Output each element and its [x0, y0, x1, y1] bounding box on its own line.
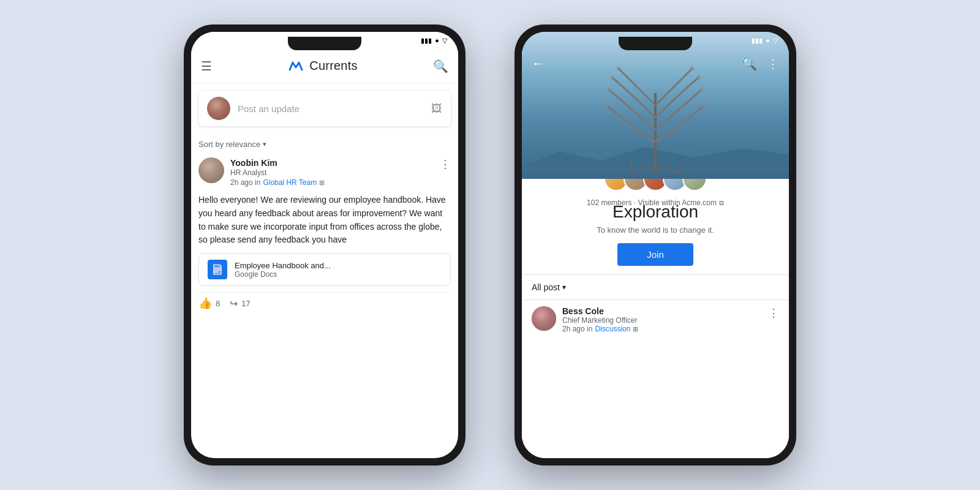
post-time: 2h ago in: [230, 178, 260, 188]
post-author-role: HR Analyst: [230, 168, 434, 178]
signal-icon-2: ▮▮▮: [752, 37, 763, 45]
share-icon: ↪: [230, 298, 238, 309]
community-content: 102 members · Visible within Acme.com ⧉ …: [522, 179, 789, 458]
community-link[interactable]: Global HR Team: [263, 178, 317, 188]
search-button-2[interactable]: 🔍: [742, 56, 757, 71]
signal-icon: ▮▮▮: [421, 37, 432, 45]
like-button[interactable]: 👍 8: [198, 296, 220, 310]
post-header: Yoobin Kim HR Analyst 2h ago in Global H…: [198, 153, 451, 191]
post-time-community: 2h ago in Global HR Team ⊞: [230, 178, 434, 188]
like-count: 8: [216, 299, 220, 308]
phone-1-screen: ▮▮▮ ● ▽ ☰ Currents 🔍 Post an update �: [191, 32, 458, 458]
all-post-arrow-icon: ▾: [562, 283, 566, 292]
community-type-icon: ⊞: [319, 178, 325, 187]
all-post-filter-row[interactable]: All post ▾: [522, 275, 789, 300]
svg-point-9: [703, 104, 706, 107]
search-button[interactable]: 🔍: [433, 59, 448, 74]
wifi-icon: ●: [435, 37, 439, 44]
post-actions: 👍 8 ↪ 17: [198, 292, 451, 314]
post-meta: Yoobin Kim HR Analyst 2h ago in Global H…: [230, 157, 434, 187]
wifi-icon-2: ●: [766, 37, 770, 44]
bottom-post-avatar: [532, 306, 556, 331]
svg-point-6: [608, 88, 611, 92]
phone-notch-1: [288, 37, 361, 50]
bottom-post-time: 2h ago in Discussion ⊞: [562, 325, 762, 333]
phone-2: ▮▮▮ ● ▽ ← 🔍 ⋮: [514, 24, 796, 466]
sort-by-button[interactable]: Sort by relevance ▾: [198, 140, 266, 149]
bottom-community-link[interactable]: Discussion: [595, 325, 630, 333]
post-more-icon[interactable]: ⋮: [440, 157, 451, 171]
image-attach-icon[interactable]: 🖼: [431, 102, 442, 115]
post-update-input[interactable]: Post an update: [238, 104, 424, 114]
bottom-post-more-icon[interactable]: ⋮: [768, 306, 779, 320]
app-logo-area: Currents: [212, 58, 433, 75]
post-update-bar[interactable]: Post an update 🖼: [198, 91, 451, 126]
share-button[interactable]: ↪ 17: [230, 298, 250, 309]
doc-icon: [208, 260, 227, 279]
sort-arrow-icon: ▾: [263, 140, 266, 148]
phone-notch-2: [619, 37, 692, 50]
bottom-post-meta: Bess Cole Chief Marketing Officer 2h ago…: [562, 306, 762, 333]
member-avatars: [522, 179, 789, 191]
app-bar-2: ← 🔍 ⋮: [522, 49, 789, 78]
post-card: Yoobin Kim HR Analyst 2h ago in Global H…: [191, 153, 458, 458]
hamburger-menu-icon[interactable]: ☰: [201, 59, 212, 74]
svg-point-7: [699, 88, 703, 92]
more-button-2[interactable]: ⋮: [767, 56, 779, 71]
join-button[interactable]: Join: [617, 243, 693, 266]
doc-title: Employee Handbook and...: [235, 261, 442, 270]
battery-icon-2: ▽: [773, 37, 778, 45]
svg-point-8: [605, 104, 608, 107]
community-tagline: To know the world is to change it.: [532, 225, 779, 235]
google-docs-icon: [212, 264, 223, 275]
back-button[interactable]: ←: [532, 56, 545, 72]
thumbs-up-icon: 👍: [198, 296, 212, 310]
sort-by-label: Sort by relevance: [198, 140, 260, 149]
doc-attachment[interactable]: Employee Handbook and... Google Docs: [198, 253, 451, 286]
post-author-name: Yoobin Kim: [230, 157, 434, 168]
battery-icon: ▽: [442, 37, 447, 45]
app-bar-1: ☰ Currents 🔍: [191, 49, 458, 83]
share-count: 17: [241, 299, 250, 308]
app-title: Currents: [309, 59, 357, 73]
post-body-text: Hello everyone! We are reviewing our emp…: [198, 191, 451, 253]
bottom-post-role: Chief Marketing Officer: [562, 316, 762, 325]
bottom-post-header: Bess Cole Chief Marketing Officer 2h ago…: [532, 300, 779, 337]
doc-source: Google Docs: [235, 270, 442, 279]
user-avatar: [207, 97, 230, 120]
status-icons-2: ▮▮▮ ● ▽: [752, 37, 778, 45]
bottom-post-time-text: 2h ago in: [562, 325, 592, 333]
phone-1: ▮▮▮ ● ▽ ☰ Currents 🔍 Post an update �: [184, 24, 466, 466]
phone-2-screen: ▮▮▮ ● ▽ ← 🔍 ⋮: [522, 32, 789, 458]
bottom-post-author: Bess Cole: [562, 306, 762, 316]
sort-row: Sort by relevance ▾: [191, 134, 458, 153]
doc-info: Employee Handbook and... Google Docs: [235, 261, 442, 279]
status-icons-1: ▮▮▮ ● ▽: [421, 37, 447, 45]
community-details: 102 members · Visible within Acme.com ⧉ …: [522, 198, 789, 266]
currents-logo-icon: [287, 58, 304, 75]
post-author-avatar: [198, 157, 224, 183]
copy-icon: ⧉: [719, 199, 724, 207]
community-name: Exploration: [532, 202, 779, 222]
member-avatar-5: [682, 179, 707, 191]
all-post-label: All post: [532, 282, 560, 292]
bottom-post-card: Bess Cole Chief Marketing Officer 2h ago…: [522, 300, 789, 458]
bottom-community-icon: ⊞: [633, 325, 638, 333]
